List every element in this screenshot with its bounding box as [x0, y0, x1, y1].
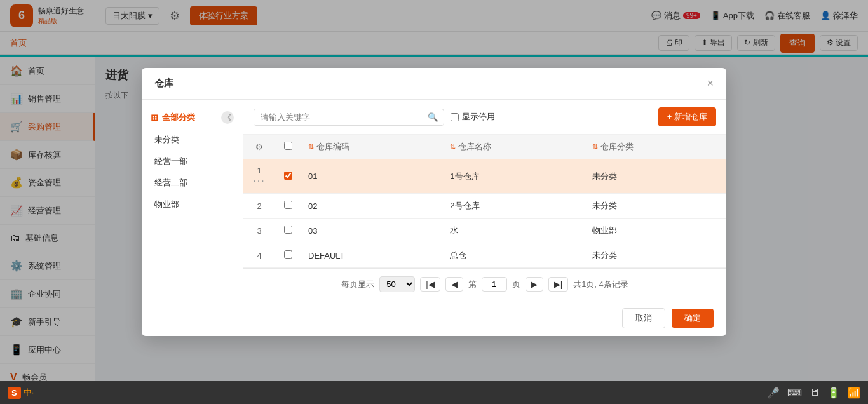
table-row[interactable]: 2 02 2号仓库 未分类 — [243, 194, 726, 219]
per-page-select[interactable]: 102050100 — [379, 276, 415, 292]
select-all-checkbox[interactable] — [284, 142, 292, 150]
cat-all-header[interactable]: ⊞ 全部分类 《 — [142, 106, 243, 129]
cat-collapse-btn[interactable]: 《 — [221, 111, 234, 124]
warehouse-modal: 仓库 × ⊞ 全部分类 《 未分类 经营一部 经营二部 物业部 — [142, 68, 726, 336]
th-code: ⇅仓库编码 — [301, 135, 442, 159]
row-code: 01 — [301, 159, 442, 194]
modal-header: 仓库 × — [142, 68, 726, 100]
warehouse-table-wrap: ⚙ ⇅仓库编码 ⇅仓库名称 ⇅仓库分类 1 ··· 01 1号仓库 未分类 — [243, 135, 726, 268]
wifi-icon[interactable]: 📶 — [848, 387, 860, 399]
th-settings: ⚙ — [243, 135, 275, 159]
row-name: 水 — [442, 219, 584, 243]
page-label-text: 第 — [468, 279, 477, 290]
bottom-bar: S 中· 🎤 ⌨ 🖥 🔋 📶 — [0, 381, 868, 404]
cancel-button[interactable]: 取消 — [622, 308, 665, 328]
table-row[interactable]: 1 ··· 01 1号仓库 未分类 — [243, 159, 726, 194]
row-category: 未分类 — [585, 194, 726, 219]
cat-item-ops2[interactable]: 经营二部 — [142, 172, 243, 194]
sort-icon-code: ⇅ — [308, 143, 314, 151]
sort-icon-name: ⇅ — [450, 143, 456, 151]
row-checkbox[interactable] — [284, 250, 292, 259]
new-warehouse-btn[interactable]: + 新增仓库 — [658, 107, 716, 126]
warehouse-table: ⚙ ⇅仓库编码 ⇅仓库名称 ⇅仓库分类 1 ··· 01 1号仓库 未分类 — [243, 135, 726, 268]
show-disabled-checkbox[interactable] — [451, 113, 459, 121]
modal-body: ⊞ 全部分类 《 未分类 经营一部 经营二部 物业部 🔍 — [142, 100, 726, 300]
mic-icon[interactable]: 🎤 — [767, 387, 780, 399]
modal-overlay: 仓库 × ⊞ 全部分类 《 未分类 经营一部 经营二部 物业部 — [0, 0, 868, 404]
row-settings-cell: 3 — [243, 219, 275, 243]
page-next-btn[interactable]: ▶ — [526, 277, 543, 292]
page-first-btn[interactable]: |◀ — [420, 277, 440, 292]
sort-icon-cat: ⇅ — [592, 143, 598, 151]
th-category: ⇅仓库分类 — [585, 135, 726, 159]
page-last-btn[interactable]: ▶| — [548, 277, 568, 292]
cat-item-unclassified[interactable]: 未分类 — [142, 129, 243, 151]
row-category: 物业部 — [585, 219, 726, 243]
grid-icon: ⊞ — [151, 112, 158, 123]
modal-main: 🔍 显示停用 + 新增仓库 ⚙ — [243, 100, 726, 300]
per-page-label: 每页显示 — [341, 279, 374, 290]
category-sidebar: ⊞ 全部分类 《 未分类 经营一部 经营二部 物业部 — [142, 100, 243, 300]
s-logo: S — [8, 387, 21, 399]
row-settings-cell: 4 — [243, 243, 275, 268]
row-checkbox-cell — [275, 219, 301, 243]
keyboard-icon[interactable]: ⌨ — [787, 387, 802, 399]
modal-close-button[interactable]: × — [707, 77, 714, 90]
table-row[interactable]: 4 DEFAULT 总仓 未分类 — [243, 243, 726, 268]
bottom-logo: S 中· — [8, 387, 34, 399]
row-category: 未分类 — [585, 159, 726, 194]
table-row[interactable]: 3 03 水 物业部 — [243, 219, 726, 243]
search-button[interactable]: 🔍 — [423, 109, 444, 125]
row-settings-cell: 1 ··· — [243, 159, 275, 194]
row-code: 03 — [301, 219, 442, 243]
row-checkbox[interactable] — [284, 226, 292, 234]
cat-item-property[interactable]: 物业部 — [142, 194, 243, 215]
modal-pagination: 每页显示 102050100 |◀ ◀ 第 页 ▶ ▶| 共1页, 4条记录 — [243, 268, 726, 300]
table-header-row: ⚙ ⇅仓库编码 ⇅仓库名称 ⇅仓库分类 — [243, 135, 726, 159]
row-code: DEFAULT — [301, 243, 442, 268]
row-checkbox[interactable] — [284, 201, 292, 209]
cat-all-label: 全部分类 — [162, 112, 195, 123]
row-checkbox-cell — [275, 194, 301, 219]
modal-title: 仓库 — [154, 77, 173, 90]
show-disabled-text: 显示停用 — [462, 111, 495, 123]
row-settings-cell: 2 — [243, 194, 275, 219]
row-code: 02 — [301, 194, 442, 219]
page-input[interactable] — [482, 277, 507, 292]
confirm-button[interactable]: 确定 — [672, 309, 714, 328]
th-name: ⇅仓库名称 — [442, 135, 584, 159]
row-name: 1号仓库 — [442, 159, 584, 194]
modal-footer: 取消 确定 — [142, 300, 726, 336]
page-total-info: 共1页, 4条记录 — [573, 279, 628, 290]
search-input[interactable] — [254, 109, 423, 125]
show-disabled-label[interactable]: 显示停用 — [451, 111, 495, 123]
row-checkbox-cell — [275, 243, 301, 268]
modal-toolbar: 🔍 显示停用 + 新增仓库 — [243, 100, 726, 135]
search-box: 🔍 — [254, 109, 444, 126]
cn-label: 中· — [24, 387, 34, 398]
row-action-btn[interactable]: ··· — [253, 175, 265, 187]
row-checkbox[interactable] — [284, 172, 292, 180]
page-unit: 页 — [512, 279, 520, 290]
row-checkbox-cell — [275, 159, 301, 194]
row-name: 2号仓库 — [442, 194, 584, 219]
display-icon[interactable]: 🖥 — [810, 387, 820, 398]
row-category: 未分类 — [585, 243, 726, 268]
table-body: 1 ··· 01 1号仓库 未分类 2 02 2号仓库 未分类 3 03 水 物… — [243, 159, 726, 268]
battery-icon[interactable]: 🔋 — [827, 387, 840, 399]
cat-item-ops1[interactable]: 经营一部 — [142, 151, 243, 172]
row-name: 总仓 — [442, 243, 584, 268]
page-prev-btn[interactable]: ◀ — [445, 277, 463, 292]
th-checkbox — [275, 135, 301, 159]
